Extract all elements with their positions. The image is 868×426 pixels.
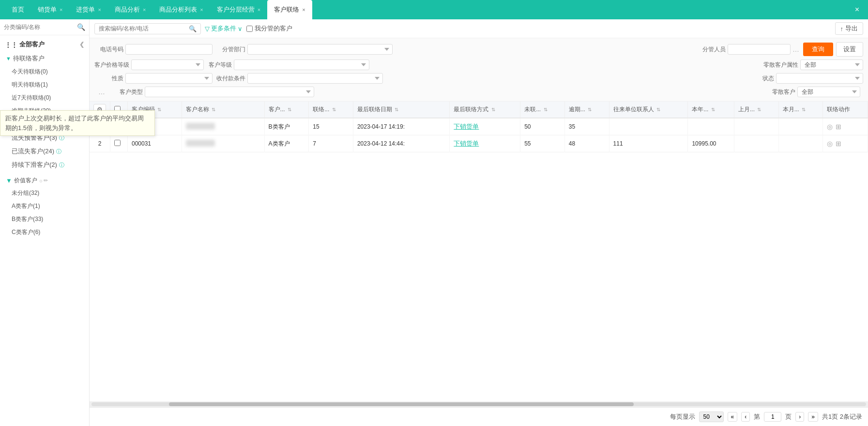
group-arrow: ▼ — [6, 177, 12, 184]
th-last-method[interactable]: 最后联络方式 ⇅ — [450, 102, 520, 118]
extra-dots-icon[interactable]: … — [94, 88, 105, 96]
last-page-button[interactable]: » — [808, 412, 818, 422]
th-contact[interactable]: 联络... ⇅ — [309, 102, 353, 118]
sidebar-item-b-class[interactable]: B类客户(33) — [0, 213, 89, 226]
export-button[interactable]: ↑ 导出 — [835, 22, 864, 35]
nature-label: 性质 — [94, 74, 123, 83]
info-icon-churned: ⓘ — [56, 148, 61, 155]
retail-customer-select[interactable]: 全部 — [797, 87, 860, 97]
close-analysis-icon[interactable]: × — [143, 7, 146, 13]
status-select[interactable] — [776, 73, 863, 84]
sidebar-search-input[interactable] — [4, 24, 77, 30]
nav-item-sales[interactable]: 销货单 × — [31, 0, 69, 19]
customer-type-select[interactable] — [145, 87, 314, 97]
close-purchase-icon[interactable]: × — [98, 7, 101, 13]
close-sales-icon[interactable]: × — [60, 7, 62, 13]
sidebar-all-customers[interactable]: ⋮⋮ 全部客户 ❮ — [0, 37, 89, 52]
my-customers-checkbox[interactable] — [246, 26, 253, 32]
nav-item-customer-mgmt[interactable]: 客户分层经营 × — [210, 0, 267, 19]
last-method-link-0[interactable]: 下销货单 — [454, 123, 479, 130]
th-this-month[interactable]: 本月... ⇅ — [778, 102, 823, 118]
th-last-date[interactable]: 最后联络日期 ⇅ — [353, 102, 449, 118]
sidebar-item-c-class[interactable]: C类客户(6) — [0, 226, 89, 239]
collapse-icon[interactable]: ❮ — [79, 41, 84, 48]
td-unit-contact: 111 — [609, 135, 688, 152]
td-level: A类客户 — [264, 135, 309, 152]
action-eye-icon-0[interactable]: ◎ — [827, 123, 833, 131]
close-analysis-list-icon[interactable]: × — [200, 7, 203, 13]
th-name[interactable]: 客户名称 ⇅ — [182, 102, 264, 118]
nav-item-home[interactable]: 首页 — [5, 0, 31, 19]
page-label2: 页 — [785, 412, 792, 421]
th-overdue[interactable]: 逾期... ⇅ — [564, 102, 609, 118]
action-grid-icon-1[interactable]: ⊞ — [836, 140, 841, 147]
group-edit-icon[interactable]: ✏ — [44, 177, 48, 184]
td-this-year — [688, 118, 734, 135]
scroll-thumb[interactable] — [169, 402, 634, 406]
search-icon[interactable]: 🔍 — [189, 25, 197, 32]
sort-overdue-icon: ⇅ — [588, 107, 592, 112]
window-close-button[interactable]: × — [851, 5, 863, 14]
settings-button[interactable]: 设置 — [836, 42, 863, 57]
filter-phone: 电话号码 — [94, 44, 213, 55]
nav-item-analysis-list[interactable]: 商品分析列表 × — [152, 0, 210, 19]
person-dots-icon[interactable]: … — [792, 45, 799, 53]
more-filters-button[interactable]: ▽ 更多条件 ∨ — [205, 24, 243, 33]
sidebar-item-declining[interactable]: 持续下滑客户(2) ⓘ — [0, 158, 89, 172]
page-input[interactable] — [764, 412, 781, 422]
nav-item-purchase[interactable]: 进货单 × — [69, 0, 107, 19]
close-customer-contact-icon[interactable]: × — [302, 7, 305, 13]
last-method-link-1[interactable]: 下销货单 — [454, 140, 479, 147]
per-page-select[interactable]: 50 100 200 — [699, 411, 724, 422]
th-level[interactable]: 客户... ⇅ — [264, 102, 309, 118]
sort-date-icon: ⇅ — [395, 107, 398, 112]
first-page-button[interactable]: « — [728, 412, 738, 422]
action-eye-icon-1[interactable]: ◎ — [827, 140, 833, 147]
th-not-contact[interactable]: 未联... ⇅ — [520, 102, 565, 118]
close-customer-mgmt-icon[interactable]: × — [258, 7, 260, 13]
th-this-year[interactable]: 本年... ⇅ — [688, 102, 734, 118]
phone-label: 电话号码 — [94, 45, 123, 54]
sidebar-item-a-class[interactable]: A类客户(1) — [0, 200, 89, 213]
row-checkbox-1[interactable] — [114, 140, 121, 146]
group-circle-icon[interactable]: ○ — [39, 178, 43, 184]
scroll-track — [91, 402, 866, 406]
dept-label: 分管部门 — [216, 45, 245, 54]
customer-type-label: 客户类型 — [119, 88, 143, 96]
nature-select[interactable] — [125, 73, 213, 84]
export-icon: ↑ — [840, 25, 844, 32]
sidebar-item-7days[interactable]: 近7天待联络(0) — [0, 91, 89, 104]
sort-lastmonth-icon: ⇅ — [757, 107, 761, 112]
sidebar-item-ungrouped[interactable]: 未分组(32) — [0, 187, 89, 200]
search-input[interactable] — [99, 25, 189, 32]
td-not-contact: 50 — [520, 118, 565, 135]
sidebar-item-tomorrow[interactable]: 明天待联络(1) — [0, 78, 89, 91]
sidebar-item-today[interactable]: 今天待联络(0) — [0, 65, 89, 78]
customer-table: ⚙ 客户编码 ⇅ 客户名称 ⇅ 客户... ⇅ 联络... ⇅ 最后联络日期 ⇅… — [90, 102, 868, 152]
filter-status: 状态 — [745, 73, 863, 84]
query-button[interactable]: 查询 — [803, 43, 833, 56]
filter-payment: 收付款条件 — [216, 73, 741, 84]
price-level-select[interactable] — [131, 59, 204, 70]
nav-item-customer-contact[interactable]: 客户联络 × — [267, 0, 312, 19]
advanced-filters: 电话号码 分管部门 分管人员 … 查询 设置 — [90, 38, 868, 102]
sidebar-search-icon[interactable]: 🔍 — [77, 23, 85, 31]
sort-thismonth-icon: ⇅ — [802, 107, 806, 112]
dept-select[interactable] — [247, 44, 393, 55]
th-last-month[interactable]: 上月... ⇅ — [734, 102, 778, 118]
person-input[interactable] — [728, 44, 791, 55]
phone-input[interactable] — [125, 44, 213, 55]
sidebar: 🔍 ⋮⋮ 全部客户 ❮ ▼ 待联络客户 今天待联络(0) 明天待联络(1) 近7… — [0, 19, 90, 426]
payment-select[interactable] — [247, 73, 383, 84]
td-this-month — [778, 135, 823, 152]
sidebar-item-churned[interactable]: 已流失客户(24) ⓘ — [0, 145, 89, 158]
action-grid-icon-0[interactable]: ⊞ — [836, 123, 841, 131]
th-unit-contact[interactable]: 往来单位联系人 ⇅ — [609, 102, 688, 118]
horizontal-scrollbar[interactable] — [90, 401, 868, 407]
customer-level-select[interactable] — [234, 59, 369, 70]
sidebar-pending-contact[interactable]: ▼ 待联络客户 — [0, 52, 89, 65]
retail-attr-select[interactable]: 全部 — [800, 59, 863, 70]
prev-page-button[interactable]: ‹ — [741, 412, 750, 422]
nav-item-analysis[interactable]: 商品分析 × — [108, 0, 152, 19]
next-page-button[interactable]: › — [795, 412, 804, 422]
